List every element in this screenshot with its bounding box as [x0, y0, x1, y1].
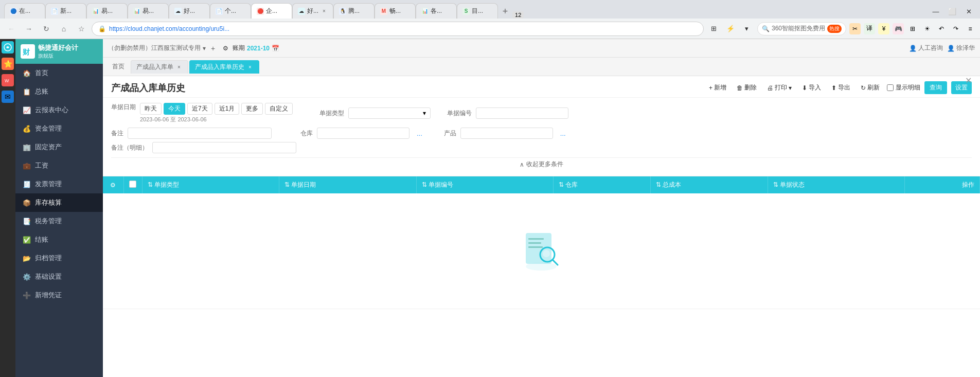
sidebar-item-checkout[interactable]: ✅ 结账 — [15, 230, 103, 249]
search-bar-extension[interactable]: 🔍 360智能抠图免费用 热搜 — [757, 22, 846, 35]
browser-tab-9[interactable]: 🐧 腾... — [333, 3, 375, 19]
warehouse-input[interactable] — [317, 128, 409, 139]
breadcrumb-home[interactable]: 首页 — [108, 60, 129, 73]
browser-tab-6[interactable]: 📄 个... — [210, 3, 251, 19]
browser-tab-4[interactable]: 📊 易... — [128, 3, 169, 19]
sidebar-item-archive[interactable]: 📂 归档管理 — [15, 249, 103, 267]
sidebar-item-inventory[interactable]: 📦 库存核算 — [15, 193, 103, 212]
sidebar-item-general-ledger[interactable]: 📋 总账 — [15, 82, 103, 101]
ext-game[interactable]: 🎮 — [893, 23, 904, 34]
lightning-icon[interactable]: ⚡ — [723, 22, 738, 36]
detail-remark-input[interactable] — [152, 142, 296, 153]
ext-undo[interactable]: ↶ — [936, 23, 947, 34]
dropdown-arrow[interactable]: ▾ — [740, 22, 754, 36]
sidebar-item-home[interactable]: 🏠 首页 — [15, 64, 103, 82]
table-header-voucher-type[interactable]: ⇅ 单据类型 — [142, 176, 279, 193]
grid-icon[interactable]: ⊞ — [707, 22, 721, 36]
ext-yen[interactable]: ¥ — [878, 23, 889, 34]
filter-row-3: 备注（明细） — [111, 142, 972, 153]
page-close-button[interactable]: ✕ — [965, 76, 972, 85]
sidebar-item-payroll[interactable]: 💼 工资 — [15, 156, 103, 175]
browser-tab-3[interactable]: 📊 易... — [86, 3, 128, 19]
close-button[interactable]: ✕ — [961, 4, 976, 19]
delete-button[interactable]: 🗑 删除 — [734, 82, 760, 94]
sidebar-item-fund[interactable]: 💰 资金管理 — [15, 119, 103, 138]
table-header-status[interactable]: ⇅ 单据状态 — [768, 176, 905, 193]
voucher-type-select[interactable]: ▾ — [348, 107, 431, 119]
ext-redo[interactable]: ↷ — [950, 23, 961, 34]
date-btn-1month[interactable]: 近1月 — [215, 103, 240, 115]
new-tab-button[interactable]: + — [498, 4, 512, 19]
sidebar-item-settings[interactable]: ⚙️ 基础设置 — [15, 267, 103, 286]
search-button[interactable]: 查询 — [924, 81, 947, 94]
home-button[interactable]: ⌂ — [57, 22, 71, 36]
voucher-no-input[interactable] — [476, 107, 568, 119]
browser-tab-8[interactable]: ☁ 好... × — [292, 3, 333, 19]
browser-tab-10[interactable]: M 畅... — [375, 3, 416, 19]
user-avatar[interactable]: 👤 徐泽华 — [947, 44, 975, 52]
table-header-voucher-no[interactable]: ⇅ 单据编号 — [416, 176, 554, 193]
tab-close-8[interactable]: × — [320, 8, 328, 15]
browser-tab-11[interactable]: 📊 各... — [416, 3, 457, 19]
import-button[interactable]: ⬇ 导入 — [799, 82, 824, 94]
table-header-check[interactable] — [123, 176, 142, 193]
table-header-warehouse[interactable]: ⇅ 仓库 — [554, 176, 651, 193]
minimize-button[interactable]: — — [929, 4, 943, 19]
restore-button[interactable]: ⬜ — [945, 4, 959, 19]
sidebar-item-invoice[interactable]: 🧾 发票管理 — [15, 175, 103, 193]
table-header-date[interactable]: ⇅ 单据日期 — [279, 176, 417, 193]
product-input[interactable] — [460, 128, 553, 139]
warehouse-dots[interactable]: ... — [414, 128, 425, 139]
voucher-list-tab-close[interactable]: × — [175, 63, 183, 70]
app-icon-weibo[interactable]: W — [2, 74, 14, 86]
date-btn-7days[interactable]: 近7天 — [187, 103, 212, 115]
browser-tab-7[interactable]: 🔴 企... — [251, 3, 292, 19]
add-company-button[interactable]: + — [208, 43, 218, 53]
table-header-total-cost[interactable]: ⇅ 总成本 — [651, 176, 768, 193]
period-calendar-icon[interactable]: 📅 — [272, 45, 279, 52]
browser-tab-2[interactable]: 📄 新... — [45, 3, 86, 19]
browser-tab-5[interactable]: ☁ 好... — [169, 3, 210, 19]
url-bar[interactable]: 🔒 https://cloud.chanjet.com/accounting/u… — [92, 22, 704, 36]
voucher-history-tab-close[interactable]: × — [246, 63, 254, 70]
tab-icon-3: 📊 — [92, 8, 99, 15]
ext-translate[interactable]: 译 — [864, 23, 875, 34]
tab-voucher-history[interactable]: 产成品入库单历史 × — [189, 60, 259, 74]
forward-button[interactable]: → — [22, 22, 36, 36]
back-button[interactable]: ← — [4, 22, 19, 36]
settings-gear-button[interactable]: ⚙ — [220, 43, 230, 53]
ext-menu[interactable]: ≡ — [965, 23, 976, 34]
sidebar-item-tax[interactable]: 📑 税务管理 — [15, 212, 103, 230]
export-button[interactable]: ⬆ 导出 — [828, 82, 853, 94]
company-selector[interactable]: （勿删勿禁用）江西服宝测试专用 ▾ — [108, 44, 206, 52]
remark-input[interactable] — [128, 128, 272, 139]
app-icon-1[interactable]: ⭐ — [2, 58, 14, 70]
ext-grid[interactable]: ⊞ — [907, 23, 918, 34]
product-dots[interactable]: ... — [557, 128, 569, 139]
sidebar-item-cloud-report[interactable]: 📈 云报表中心 — [15, 101, 103, 119]
bookmark-button[interactable]: ☆ — [74, 22, 88, 36]
tab-voucher-list[interactable]: 产成品入库单 × — [131, 60, 188, 74]
app-icon-mail[interactable]: ✉ — [2, 91, 14, 103]
date-btn-yesterday[interactable]: 昨天 — [140, 103, 162, 115]
chanjet-app-icon[interactable] — [2, 41, 14, 53]
customer-service-button[interactable]: 👤 人工咨询 — [909, 44, 943, 52]
browser-tab-1[interactable]: 🔵 在... — [4, 3, 45, 19]
header-checkbox[interactable] — [129, 181, 136, 188]
ext-scissors[interactable]: ✂ — [849, 23, 861, 34]
ext-sun[interactable]: ☀ — [921, 23, 933, 34]
refresh-button[interactable]: ↻ 刷新 — [858, 82, 883, 94]
refresh-button[interactable]: ↻ — [39, 22, 54, 36]
collapse-button[interactable]: ∧ 收起更多条件 — [111, 158, 972, 171]
table-header-gear[interactable]: ⚙ — [103, 176, 123, 193]
date-btn-today[interactable]: 今天 — [164, 103, 185, 115]
browser-tab-12[interactable]: S 目... — [457, 3, 498, 19]
date-btn-custom[interactable]: 自定义 — [265, 103, 293, 115]
add-button[interactable]: + 新增 — [706, 82, 729, 94]
sidebar-item-new-voucher[interactable]: ➕ 新增凭证 — [15, 286, 103, 304]
sidebar-item-fixed-assets[interactable]: 🏢 固定资产 — [15, 138, 103, 156]
tab-icon-4: 📊 — [133, 8, 140, 15]
date-btn-more[interactable]: 更多 — [241, 103, 263, 115]
print-button[interactable]: 🖨 打印 ▾ — [764, 82, 795, 94]
show-detail-checkbox[interactable] — [887, 84, 894, 91]
